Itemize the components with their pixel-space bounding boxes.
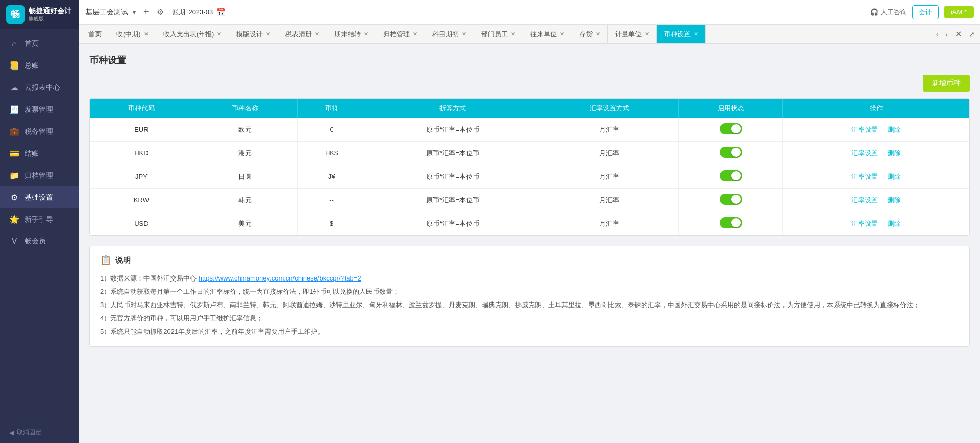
- main-area: 基层工会测试 ▼ + ⚙ 账期 2023-03 📅 🎧 人工咨询 会计 iAM …: [79, 0, 980, 443]
- new-currency-button[interactable]: 新增币种: [923, 75, 970, 92]
- sidebar-item-label: 首页: [24, 39, 39, 49]
- currency-table: 币种代码 币种名称 币符 折算方式 汇率设置方式 启用状态 操作 EUR 欧元 …: [90, 99, 969, 235]
- toggle-status[interactable]: [720, 147, 742, 158]
- calendar-icon[interactable]: 📅: [216, 7, 226, 17]
- toggle-status[interactable]: [720, 194, 742, 205]
- tab-income-close[interactable]: ✕: [217, 31, 222, 37]
- delete-link[interactable]: 删除: [888, 196, 901, 204]
- tab-inventory[interactable]: 存货 ✕: [572, 25, 608, 44]
- tab-home[interactable]: 首页: [81, 25, 109, 44]
- cell-name: 日圆: [193, 165, 297, 189]
- cell-rate-type: 月汇率: [540, 165, 678, 189]
- sidebar-item-home[interactable]: ⌂ 首页: [0, 33, 79, 55]
- company-name: 基层工会测试: [85, 8, 128, 17]
- cell-name: 美元: [193, 212, 297, 236]
- cell-code: HKD: [90, 142, 193, 165]
- delete-link[interactable]: 删除: [888, 220, 901, 227]
- invoice-icon: 🧾: [9, 105, 19, 114]
- sidebar-item-settings[interactable]: ⚙ 基础设置: [0, 186, 79, 208]
- rate-setting-link[interactable]: 汇率设置: [851, 220, 878, 227]
- tab-balance-close[interactable]: ✕: [144, 31, 149, 37]
- delete-link[interactable]: 删除: [888, 126, 901, 133]
- sidebar-item-archive[interactable]: 📁 归档管理: [0, 165, 79, 186]
- sidebar-item-invoice[interactable]: 🧾 发票管理: [0, 99, 79, 121]
- help-button[interactable]: 🎧 人工咨询: [870, 8, 907, 17]
- toolbar: 新增币种: [89, 75, 970, 92]
- tab-period-close[interactable]: ✕: [364, 31, 369, 37]
- cell-calc: 原币*汇率=本位币: [366, 189, 540, 212]
- sidebar-item-label: 新手引导: [24, 215, 53, 224]
- tab-template[interactable]: 模版设计 ✕: [229, 25, 278, 44]
- sidebar-item-member[interactable]: V 畅会员: [0, 230, 79, 252]
- topbar-settings-icon[interactable]: ⚙: [155, 7, 166, 17]
- table-row: EUR 欧元 € 原币*汇率=本位币 月汇率 汇率设置 删除: [90, 118, 969, 142]
- tabbar: 首页 收(中期) ✕ 收入支出表(年报) ✕ 模版设计 ✕ 税表清册 ✕ 期末结…: [79, 25, 980, 44]
- col-actions: 操作: [783, 99, 969, 118]
- user-badge[interactable]: iAM *: [944, 6, 974, 18]
- cell-symbol: $: [297, 212, 366, 236]
- sidebar-item-guide[interactable]: 🌟 新手引导: [0, 208, 79, 230]
- sidebar-item-ledger[interactable]: 📒 总账: [0, 55, 79, 77]
- tab-archive[interactable]: 归档管理 ✕: [376, 25, 425, 44]
- member-icon: V: [9, 237, 19, 246]
- cell-symbol: --: [297, 189, 366, 212]
- tab-income[interactable]: 收入支出表(年报) ✕: [156, 25, 230, 44]
- tab-prev-button[interactable]: ‹: [933, 29, 942, 39]
- col-code: 币种代码: [90, 99, 193, 118]
- sidebar-item-label: 归档管理: [24, 171, 53, 180]
- sidebar-unpin[interactable]: ◀ 取消固定: [0, 422, 79, 443]
- notes-title: 📋 说明: [100, 254, 959, 266]
- tab-balance[interactable]: 收(中期) ✕: [109, 25, 156, 44]
- sidebar-item-tax[interactable]: 💼 税务管理: [0, 121, 79, 143]
- tab-subjects-label: 科目期初: [432, 30, 459, 39]
- rate-setting-link[interactable]: 汇率设置: [851, 149, 878, 157]
- rate-setting-link[interactable]: 汇率设置: [851, 196, 878, 204]
- sidebar-item-label: 税务管理: [24, 127, 53, 136]
- add-tab-icon[interactable]: +: [141, 7, 151, 17]
- toggle-status[interactable]: [720, 123, 742, 134]
- account-type-button[interactable]: 会计: [912, 5, 939, 19]
- tab-measure-close[interactable]: ✕: [645, 31, 649, 37]
- toggle-status[interactable]: [720, 217, 742, 228]
- tab-contacts[interactable]: 往来单位 ✕: [523, 25, 572, 44]
- sidebar-item-checkout[interactable]: 💳 结账: [0, 143, 79, 165]
- sidebar-item-reports[interactable]: ☁ 云报表中心: [0, 77, 79, 99]
- sidebar-item-label: 结账: [24, 149, 39, 158]
- tab-currency-label: 币种设置: [664, 30, 691, 39]
- tab-close-all-button[interactable]: ✕: [952, 28, 965, 40]
- archive-icon: 📁: [9, 171, 19, 180]
- company-selector[interactable]: 基层工会测试 ▼: [85, 8, 137, 17]
- tab-dept-close[interactable]: ✕: [511, 31, 516, 37]
- tab-subjects[interactable]: 科目期初 ✕: [425, 25, 474, 44]
- tab-dept[interactable]: 部门员工 ✕: [474, 25, 523, 44]
- tab-archive-close[interactable]: ✕: [413, 31, 418, 37]
- rate-setting-link[interactable]: 汇率设置: [851, 126, 878, 133]
- unpin-icon: ◀: [9, 429, 14, 436]
- tab-period[interactable]: 期末结转 ✕: [327, 25, 376, 44]
- tab-expand-button[interactable]: ⤢: [966, 29, 978, 39]
- page-content: 币种设置 新增币种 币种代码 币种名称 币符 折算方式 汇率设置方式 启用状态 …: [79, 44, 980, 443]
- tab-template-close[interactable]: ✕: [266, 31, 271, 37]
- tab-contacts-close[interactable]: ✕: [560, 31, 565, 37]
- toggle-status[interactable]: [720, 170, 742, 181]
- tab-inventory-close[interactable]: ✕: [596, 31, 600, 37]
- cell-symbol: HK$: [297, 142, 366, 165]
- col-status: 启用状态: [679, 99, 783, 118]
- sidebar-item-label: 基础设置: [24, 193, 53, 202]
- tab-currency[interactable]: 币种设置 ✕: [657, 25, 706, 44]
- note-item-2: 2）系统自动获取每月第一个工作日的汇率标价，统一为直接标价法，即1外币可以兑换的…: [100, 285, 959, 298]
- tab-subjects-close[interactable]: ✕: [462, 31, 467, 37]
- delete-link[interactable]: 删除: [888, 149, 901, 157]
- notes-section: 📋 说明 1）数据来源：中国外汇交易中心 https://www.chinamo…: [89, 246, 970, 347]
- cell-status: [679, 165, 783, 189]
- rate-setting-link[interactable]: 汇率设置: [851, 173, 878, 180]
- tab-measure[interactable]: 计量单位 ✕: [608, 25, 657, 44]
- tab-currency-close[interactable]: ✕: [694, 31, 698, 37]
- cell-name: 欧元: [193, 118, 297, 142]
- tab-taxclear-close[interactable]: ✕: [315, 31, 320, 37]
- delete-link[interactable]: 删除: [888, 173, 901, 180]
- tab-next-button[interactable]: ›: [942, 29, 951, 39]
- notes-link[interactable]: https://www.chinamoney.com.cn/chinese/bk…: [199, 274, 361, 282]
- tab-taxclear[interactable]: 税表清册 ✕: [278, 25, 327, 44]
- tab-inventory-label: 存货: [579, 30, 593, 39]
